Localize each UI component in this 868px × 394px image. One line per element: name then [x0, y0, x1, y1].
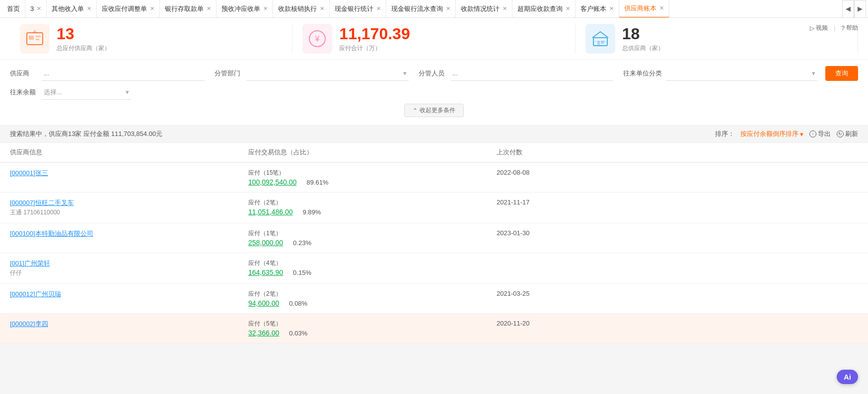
close-icon[interactable]: ✕	[87, 5, 91, 12]
sort-select[interactable]: 按应付余额倒序排序 ▾	[740, 130, 803, 138]
row5-transaction: 应付（2笔） 94,600.00 0.08%	[248, 290, 497, 307]
person-input[interactable]	[450, 66, 613, 81]
table-row: [000012]广州贝瑞 应付（2笔） 94,600.00 0.08% 2021…	[0, 284, 868, 314]
nav-tab-receipt-stats[interactable]: 收款情况统计 ✕	[456, 0, 512, 18]
supplier-sub: 王通 17106110000	[10, 208, 248, 217]
trans-row: 94,600.00 0.08%	[248, 298, 497, 307]
video-link[interactable]: ▷ 视频	[810, 24, 828, 32]
row2-last-pay: 2021-11-17	[497, 198, 858, 206]
nav-tab-other-income[interactable]: 其他收入单 ✕	[47, 0, 97, 18]
trans-label: 应付（2笔）	[248, 290, 497, 298]
close-icon[interactable]: ✕	[609, 5, 614, 12]
total-suppliers-label: 总供应商（家）	[622, 44, 664, 53]
row3-transaction: 应付（1笔） 258,000.00 0.23%	[248, 229, 497, 247]
supplier-icon	[20, 24, 50, 54]
top-navigation: 首页 3 ✕ 其他收入单 ✕ 应收应付调整单 ✕ 银行存取款单 ✕ 预收冲应收单…	[0, 0, 868, 18]
close-icon[interactable]: ✕	[566, 5, 570, 12]
filter-area: 供应商 分管部门 ▾ 分管人员 往来单位分类 ▾ 查询 往来余额	[0, 60, 868, 126]
row1-transaction: 应付（15笔） 100,092,540.00 89.61%	[248, 169, 497, 186]
last-pay-date: 2021-03-25	[497, 290, 530, 297]
supplier-link[interactable]: [000007]恒旺二手叉车	[10, 198, 248, 207]
refresh-button[interactable]: ↻ 刷新	[837, 130, 858, 138]
filter-unit-category: 往来单位分类 ▾	[623, 66, 818, 81]
close-icon[interactable]: ✕	[376, 5, 381, 12]
trans-amount[interactable]: 258,000.00	[248, 239, 283, 247]
table-row: [000007]恒旺二手叉车 王通 17106110000 应付（2笔） 11,…	[0, 193, 868, 223]
row6-supplier: [000002]李四	[10, 320, 248, 328]
trans-row: 164,635.90 0.15%	[248, 267, 497, 276]
dept-filter-label: 分管部门	[215, 69, 242, 78]
search-button[interactable]: 查询	[825, 66, 858, 81]
nav-tab-cash-bank-stats[interactable]: 现金银行统计 ✕	[330, 0, 386, 18]
results-bar: 搜索结果中，供应商13家 应付金额 111,703,854.00元 排序： 按应…	[0, 126, 868, 143]
close-icon[interactable]: ✕	[37, 5, 41, 12]
export-button[interactable]: ↑ 导出	[809, 130, 831, 138]
nav-tab-customer-account-label: 客户账本	[580, 4, 606, 13]
export-icon: ↑	[809, 131, 816, 137]
store-icon	[585, 24, 615, 54]
collapse-button[interactable]: ⌃ 收起更多条件	[404, 104, 464, 117]
filter-supplier: 供应商	[10, 66, 205, 81]
last-pay-date: 2021-11-17	[497, 198, 530, 206]
row6-last-pay: 2020-11-20	[497, 320, 858, 327]
total-payable-label: 应付合计（万）	[339, 44, 410, 53]
nav-tab-3[interactable]: 3 ✕	[25, 0, 47, 18]
nav-tab-supplier-account[interactable]: 供应商账本 ✕	[619, 0, 669, 18]
nav-tab-overdue[interactable]: 超期应收款查询 ✕	[512, 0, 576, 18]
total-payable-number: 11,170.39	[339, 25, 410, 43]
nav-tab-receipt-exec[interactable]: 收款核销执行 ✕	[273, 0, 330, 18]
refresh-label: 刷新	[845, 130, 858, 138]
balance-filter-label: 往来余额	[10, 88, 38, 97]
close-icon[interactable]: ✕	[446, 5, 450, 12]
trans-percent: 0.23%	[293, 239, 311, 247]
chevron-up-icon: ⌃	[413, 107, 418, 114]
person-filter-label: 分管人员	[419, 69, 446, 78]
balance-select[interactable]: 选择... ▾	[42, 85, 131, 100]
trans-amount[interactable]: 100,092,540.00	[248, 178, 296, 186]
trans-amount[interactable]: 94,600.00	[248, 299, 279, 307]
row1-supplier: [000001]张三	[10, 169, 248, 178]
close-icon[interactable]: ✕	[150, 5, 154, 12]
total-suppliers-number: 18	[622, 25, 664, 43]
close-icon[interactable]: ✕	[659, 5, 664, 11]
nav-tab-home[interactable]: 首页	[2, 0, 25, 18]
help-link[interactable]: ? 帮助	[841, 24, 858, 32]
supplier-link[interactable]: [000012]广州贝瑞	[10, 290, 248, 299]
table-row: [000100]本特勤油品有限公司 应付（1笔） 258,000.00 0.23…	[0, 223, 868, 253]
trans-amount[interactable]: 164,635.90	[248, 268, 283, 276]
row5-last-pay: 2021-03-25	[497, 290, 858, 297]
close-icon[interactable]: ✕	[263, 5, 268, 12]
nav-tab-customer-account[interactable]: 客户账本 ✕	[576, 0, 619, 18]
nav-arrow-right[interactable]: ▶	[854, 0, 866, 18]
dept-select[interactable]: ▾	[246, 66, 409, 81]
supplier-input[interactable]	[42, 66, 205, 81]
nav-arrow-left[interactable]: ◀	[842, 0, 854, 18]
filter-balance: 往来余额 选择... ▾	[10, 85, 858, 100]
trans-amount[interactable]: 32,366.00	[248, 329, 279, 337]
row5-supplier: [000012]广州贝瑞	[10, 290, 248, 299]
trans-amount[interactable]: 11,051,486.00	[248, 208, 293, 216]
stats-header: 13 总应付供应商（家） ¥ 11,170.39 应付合计（万）	[0, 18, 868, 60]
close-icon[interactable]: ✕	[320, 5, 324, 12]
nav-tab-advance[interactable]: 预收冲应收单 ✕	[217, 0, 273, 18]
supplier-link[interactable]: [000002]李四	[10, 320, 248, 328]
nav-tab-cash-flow[interactable]: 现金银行流水查询 ✕	[386, 0, 456, 18]
balance-placeholder: 选择...	[44, 88, 62, 97]
payable-total-icon: ¥	[302, 24, 332, 54]
nav-tab-adjustment[interactable]: 应收应付调整单 ✕	[97, 0, 160, 18]
trans-label: 应付（1笔）	[248, 229, 497, 238]
nav-tab-cash-flow-label: 现金银行流水查询	[391, 4, 443, 13]
close-icon[interactable]: ✕	[207, 5, 211, 12]
nav-tab-bank-deposit[interactable]: 银行存取款单 ✕	[160, 0, 217, 18]
nav-tab-receipt-exec-label: 收款核销执行	[278, 4, 317, 13]
row4-transaction: 应付（4笔） 164,635.90 0.15%	[248, 259, 497, 276]
close-icon[interactable]: ✕	[503, 5, 507, 12]
supplier-link[interactable]: [000001]张三	[10, 169, 248, 178]
collapse-row: ⌃ 收起更多条件	[10, 104, 858, 121]
supplier-link[interactable]: [001]广州荣轩	[10, 259, 248, 268]
row2-supplier: [000007]恒旺二手叉车 王通 17106110000	[10, 198, 248, 217]
unit-category-select[interactable]: ▾	[666, 66, 818, 81]
supplier-link[interactable]: [000100]本特勤油品有限公司	[10, 229, 248, 238]
last-pay-date: 2022-08-08	[497, 169, 530, 176]
chevron-down-icon: ▾	[126, 88, 129, 96]
